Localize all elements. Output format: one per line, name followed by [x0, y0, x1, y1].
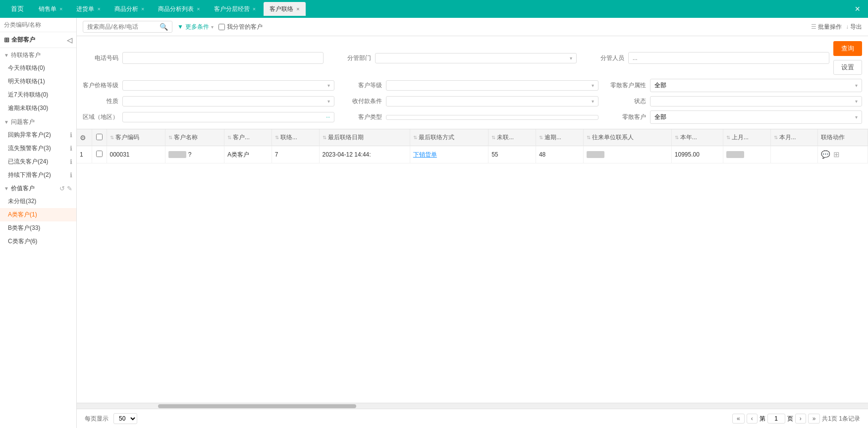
scroll-thumb[interactable]: [158, 404, 356, 408]
sidebar-item-churned[interactable]: 已流失客户(24) ℹ: [0, 155, 76, 168]
row-checkbox[interactable]: [96, 151, 103, 157]
export-button[interactable]: ↓ 导出: [846, 23, 862, 31]
edit-icon[interactable]: ✎: [67, 185, 72, 192]
value-arrow-icon[interactable]: ▼: [4, 186, 9, 191]
info-icon-abnormal: ℹ: [70, 131, 72, 139]
horizontal-scrollbar[interactable]: [77, 403, 868, 409]
nav-tab-customer-segment[interactable]: 客户分层经营 ×: [208, 2, 262, 16]
td-checkbox[interactable]: [92, 146, 107, 163]
filter-customer-level-label: 客户等级: [346, 81, 386, 90]
th-last-date-label: 最后联络日期: [328, 133, 364, 142]
sidebar-item-tomorrow[interactable]: 明天待联络(1): [0, 75, 76, 88]
sidebar-item-class-a[interactable]: A类客户(1): [0, 208, 76, 221]
filter-nature-select[interactable]: ▾: [122, 96, 334, 107]
next-page-button[interactable]: ›: [795, 414, 806, 424]
problem-label: 问题客户: [11, 118, 35, 126]
first-page-button[interactable]: «: [732, 414, 745, 424]
settings-gear-icon[interactable]: ⚙: [80, 134, 86, 142]
th-ctype: ⇅ 客户...: [224, 129, 272, 146]
settings-button[interactable]: 设置: [833, 60, 862, 75]
batch-op-button[interactable]: ☰ 批量操作: [811, 23, 842, 31]
th-checkbox[interactable]: [92, 129, 107, 146]
td-code: 000031: [107, 146, 165, 163]
nav-tab-sales-close[interactable]: ×: [59, 6, 62, 12]
filter-payment-select[interactable]: ▾: [386, 96, 598, 107]
sidebar-item-churn-warning[interactable]: 流失预警客户(3) ℹ: [0, 142, 76, 155]
filter-price-level-label: 客户价格等级: [83, 81, 122, 90]
select-all-checkbox[interactable]: [96, 134, 103, 140]
last-month-redacted: [726, 151, 744, 158]
page-total-label: 共1页 1条记录: [822, 415, 860, 423]
filter-customer-type-select[interactable]: [386, 115, 598, 120]
th-last-month-label: 上月...: [732, 133, 749, 142]
sort-icon-this-month: ⇅: [774, 135, 778, 140]
sidebar-item-class-c[interactable]: C类客户(6): [0, 235, 76, 248]
nav-home[interactable]: 首页: [4, 2, 31, 16]
sidebar-item-today[interactable]: 今天待联络(0): [0, 61, 76, 75]
page-number-input[interactable]: [767, 414, 785, 424]
td-last-method: 下销货单: [410, 146, 488, 163]
th-settings[interactable]: ⚙: [77, 129, 92, 146]
nav-tab-analysis-list-close[interactable]: ×: [197, 6, 200, 12]
problem-arrow-icon[interactable]: ▼: [4, 119, 9, 125]
filter-person-label: 分管人员: [589, 54, 628, 62]
sidebar-search-input[interactable]: [4, 21, 77, 28]
filter-retail-attr-select[interactable]: 全部 ▾: [650, 79, 862, 92]
sort-icon-this-year: ⇅: [675, 135, 679, 140]
filter-person-input[interactable]: [628, 52, 829, 64]
query-button[interactable]: 查询: [833, 41, 862, 56]
sidebar-item-ungrouped[interactable]: 未分组(32): [0, 195, 76, 208]
refresh-icon[interactable]: ↺: [59, 185, 65, 192]
sidebar-item-7days[interactable]: 近7天待联络(0): [0, 88, 76, 102]
filter-customer-level-select[interactable]: ▾: [386, 80, 598, 91]
nav-tab-customer-contact-close[interactable]: ×: [296, 6, 299, 12]
filter-retail-label: 零散客户: [610, 113, 650, 121]
last-page-button[interactable]: »: [808, 414, 820, 424]
nav-tab-analysis[interactable]: 商品分析 ×: [108, 2, 150, 16]
nav-tab-analysis-list[interactable]: 商品分析列表 ×: [152, 2, 206, 16]
sort-icon-last-date: ⇅: [323, 135, 326, 140]
nav-tab-customer-contact[interactable]: 客户联络 ×: [264, 2, 305, 16]
filter-region-select[interactable]: ···: [122, 112, 334, 122]
sort-icon-last-month: ⇅: [726, 135, 730, 140]
sidebar-item-abnormal[interactable]: 回购异常客户(2) ℹ: [0, 128, 76, 142]
filter-dept-select[interactable]: ▾: [375, 53, 576, 63]
filter-region: 区域（地区） ···: [83, 112, 334, 122]
my-customers-label: 我分管的客户: [227, 23, 263, 31]
sidebar-all-customers[interactable]: ⊞ 全部客户 ◁: [0, 32, 76, 48]
qr-icon[interactable]: ⊞: [833, 150, 840, 159]
page-label-post: 页: [787, 415, 793, 423]
last-method-link[interactable]: 下销货单: [413, 151, 437, 158]
table-row: 1 000031 ? A类客户 7 2023-04-12 14:44:: [77, 146, 868, 163]
td-contact-count: 7: [271, 146, 319, 163]
chat-icon[interactable]: 💬: [821, 150, 830, 159]
filter-status-select[interactable]: ▾: [650, 96, 862, 107]
prev-page-button[interactable]: ‹: [747, 414, 758, 424]
filter-more-button[interactable]: ▼ 更多条件 ▾: [177, 23, 214, 31]
td-actions: 💬 ⊞: [818, 146, 868, 163]
filter-search-icon[interactable]: 🔍: [160, 23, 168, 31]
page-size-select[interactable]: 50: [113, 413, 137, 424]
sidebar-item-class-b[interactable]: B类客户(33): [0, 221, 76, 235]
my-customers-checkbox[interactable]: [218, 24, 225, 30]
nav-tab-analysis-close[interactable]: ×: [141, 6, 144, 12]
filter-retail-select[interactable]: 全部 ▾: [650, 110, 862, 124]
filter-search-box: 🔍: [83, 21, 172, 33]
sidebar-collapse-icon[interactable]: ◁: [67, 36, 72, 44]
close-all-button[interactable]: ×: [851, 4, 864, 14]
info-icon-churned: ℹ: [70, 158, 72, 165]
sort-icon-contact: ⇅: [275, 135, 279, 140]
my-customers-checkbox-label[interactable]: 我分管的客户: [218, 23, 263, 31]
filter-price-level-select[interactable]: ▾: [122, 80, 334, 91]
pending-arrow-icon[interactable]: ▼: [4, 53, 9, 58]
sidebar-item-overdue[interactable]: 逾期未联络(30): [0, 102, 76, 115]
sort-icon-overdue: ⇅: [539, 135, 543, 140]
nav-tab-purchase[interactable]: 进货单 ×: [70, 2, 106, 16]
nav-tab-purchase-close[interactable]: ×: [97, 6, 100, 12]
nav-tab-sales[interactable]: 销售单 ×: [33, 2, 68, 16]
sidebar-item-declining[interactable]: 持续下滑客户(2) ℹ: [0, 168, 76, 182]
filter-row-3: 性质 ▾ 收付款条件 ▾ 状态: [83, 96, 862, 107]
filter-phone-input[interactable]: [122, 52, 324, 64]
filter-search-input[interactable]: [87, 23, 157, 30]
nav-tab-customer-segment-close[interactable]: ×: [253, 6, 256, 12]
